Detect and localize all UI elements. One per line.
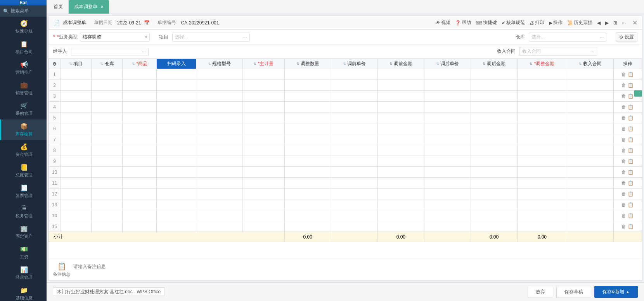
- cell-pre-price[interactable]: [331, 189, 377, 199]
- cell-scan[interactable]: [157, 178, 196, 189]
- toolbar-review[interactable]: ✔ 核单规范: [502, 19, 525, 26]
- table-row[interactable]: 6 🗑 📋: [49, 123, 642, 134]
- cell-post-amount[interactable]: [471, 167, 517, 178]
- copy-icon[interactable]: 📋: [628, 170, 634, 175]
- cell-pre-price[interactable]: [331, 80, 377, 91]
- cell-spec[interactable]: [196, 178, 242, 189]
- cell-warehouse[interactable]: [92, 156, 123, 167]
- copy-icon[interactable]: 📋: [628, 191, 634, 197]
- cell-income-contract[interactable]: [567, 91, 613, 102]
- cell-project[interactable]: [61, 69, 92, 80]
- table-row[interactable]: 14 🗑 📋: [49, 210, 642, 221]
- cell-project[interactable]: [61, 221, 92, 232]
- cell-scan[interactable]: [157, 189, 196, 199]
- cell-adj-amount[interactable]: [517, 102, 567, 112]
- cell-scan[interactable]: [157, 102, 196, 112]
- cell-post-price[interactable]: [424, 210, 471, 221]
- cell-adj-amount[interactable]: [517, 189, 567, 199]
- cell-pre-amount[interactable]: [377, 189, 424, 199]
- col-scan[interactable]: 扫码录入: [157, 59, 196, 69]
- copy-icon[interactable]: 📋: [628, 115, 634, 121]
- save-dropdown-arrow[interactable]: ▲: [626, 290, 630, 294]
- cell-pre-amount[interactable]: [377, 69, 424, 80]
- cell-warehouse[interactable]: [92, 102, 123, 112]
- expand-icon[interactable]: ⊞: [613, 20, 617, 26]
- project-input[interactable]: 选择... ···: [172, 33, 250, 42]
- sidebar-item-invoice-mgmt[interactable]: 🧾发票管理: [0, 181, 47, 202]
- cell-project[interactable]: [61, 123, 92, 134]
- table-row[interactable]: 10 🗑 📋: [49, 167, 642, 178]
- cell-warehouse[interactable]: [92, 69, 123, 80]
- draft-button[interactable]: 保存草稿: [556, 286, 591, 298]
- cell-warehouse[interactable]: [92, 221, 123, 232]
- cell-adj-qty[interactable]: [284, 210, 331, 221]
- tab-cost-adjust[interactable]: 成本调整单 ✕: [69, 0, 109, 14]
- cell-scan[interactable]: [157, 123, 196, 134]
- cell-adj-amount[interactable]: [517, 69, 567, 80]
- cell-goods[interactable]: [123, 80, 157, 91]
- toolbar-shortcut[interactable]: ⌨ 快捷键: [476, 19, 497, 26]
- cell-goods[interactable]: [123, 112, 157, 123]
- cell-pre-amount[interactable]: [377, 221, 424, 232]
- cell-income-contract[interactable]: [567, 156, 613, 167]
- window-close-icon[interactable]: ✕: [632, 19, 637, 26]
- cell-adj-amount[interactable]: [517, 221, 567, 232]
- cell-adj-qty[interactable]: [284, 112, 331, 123]
- cell-project[interactable]: [61, 80, 92, 91]
- cell-spec[interactable]: [196, 145, 242, 156]
- cell-post-price[interactable]: [424, 91, 471, 102]
- delete-icon[interactable]: 🗑: [621, 148, 626, 153]
- cell-unit[interactable]: [242, 123, 284, 134]
- cell-adj-qty[interactable]: [284, 178, 331, 189]
- cell-pre-price[interactable]: [331, 178, 377, 189]
- table-row[interactable]: 12 🗑 📋: [49, 189, 642, 199]
- cell-unit[interactable]: [242, 178, 284, 189]
- cell-goods[interactable]: [123, 145, 157, 156]
- cell-project[interactable]: [61, 102, 92, 112]
- cell-adj-qty[interactable]: [284, 189, 331, 199]
- warehouse-input[interactable]: 选择... ···: [529, 33, 606, 42]
- cell-pre-price[interactable]: [331, 69, 377, 80]
- cell-pre-amount[interactable]: [377, 91, 424, 102]
- sidebar-item-ops-mgmt[interactable]: 📊经营管理: [0, 263, 47, 284]
- cell-adj-amount[interactable]: [517, 145, 567, 156]
- biz-type-input[interactable]: 结存调整 ▾: [80, 33, 150, 42]
- cell-post-amount[interactable]: [471, 80, 517, 91]
- col-settings[interactable]: ⚙: [49, 59, 61, 69]
- cell-income-contract[interactable]: [567, 145, 613, 156]
- cell-adj-amount[interactable]: [517, 156, 567, 167]
- cell-post-amount[interactable]: [471, 145, 517, 156]
- cell-pre-amount[interactable]: [377, 210, 424, 221]
- cell-goods[interactable]: [123, 123, 157, 134]
- cell-unit[interactable]: [242, 221, 284, 232]
- right-edge-tab[interactable]: 展: [634, 90, 642, 97]
- cell-unit[interactable]: [242, 91, 284, 102]
- cell-pre-amount[interactable]: [377, 112, 424, 123]
- more-icon[interactable]: ≡: [622, 20, 625, 26]
- table-row[interactable]: 9 🗑 📋: [49, 156, 642, 167]
- table-row[interactable]: 15 🗑 📋: [49, 221, 642, 232]
- cell-post-price[interactable]: [424, 178, 471, 189]
- copy-icon[interactable]: 📋: [628, 213, 634, 218]
- sidebar-item-sales-promotion[interactable]: 📢营销推广: [0, 58, 47, 78]
- cell-adj-qty[interactable]: [284, 145, 331, 156]
- cell-scan[interactable]: [157, 80, 196, 91]
- cell-scan[interactable]: [157, 134, 196, 145]
- cell-post-price[interactable]: [424, 134, 471, 145]
- cell-unit[interactable]: [242, 167, 284, 178]
- cell-income-contract[interactable]: [567, 123, 613, 134]
- copy-icon[interactable]: 📋: [628, 202, 634, 208]
- cell-post-price[interactable]: [424, 80, 471, 91]
- cell-post-amount[interactable]: [471, 189, 517, 199]
- cell-project[interactable]: [61, 156, 92, 167]
- cell-spec[interactable]: [196, 167, 242, 178]
- cell-adj-qty[interactable]: [284, 69, 331, 80]
- sidebar-item-payroll[interactable]: 💵工资: [0, 242, 47, 263]
- cell-unit[interactable]: [242, 134, 284, 145]
- cell-unit[interactable]: [242, 199, 284, 210]
- cell-income-contract[interactable]: [567, 102, 613, 112]
- cell-unit[interactable]: [242, 210, 284, 221]
- delete-icon[interactable]: 🗑: [621, 93, 626, 99]
- cell-adj-amount[interactable]: [517, 91, 567, 102]
- cell-adj-qty[interactable]: [284, 91, 331, 102]
